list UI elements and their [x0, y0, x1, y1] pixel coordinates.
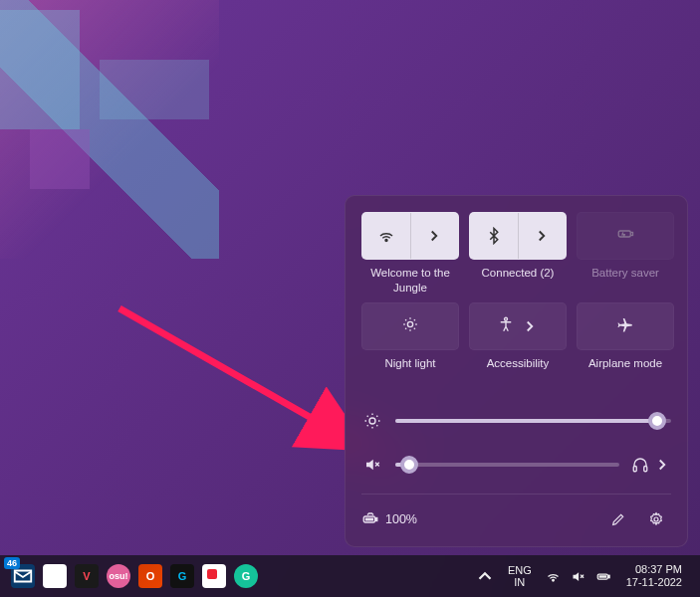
chevron-right-icon	[521, 317, 539, 335]
svg-point-13	[552, 579, 554, 581]
taskbar-app-osu[interactable]: osu!	[104, 561, 133, 591]
volume-mute-icon[interactable]	[361, 456, 383, 474]
battery-icon	[595, 569, 612, 584]
audio-output-button[interactable]	[631, 456, 671, 474]
night-light-label: Night light	[384, 356, 435, 384]
wifi-tile[interactable]	[361, 212, 459, 260]
night-light-icon	[401, 315, 419, 337]
accessibility-label: Accessibility	[487, 356, 550, 384]
brightness-icon	[361, 412, 383, 430]
battery-status-icon[interactable]: 100%	[361, 510, 417, 528]
svg-point-12	[654, 517, 658, 521]
clock-time: 08:37 PM	[626, 563, 682, 576]
settings-button[interactable]	[641, 504, 671, 534]
wifi-expand[interactable]	[411, 213, 459, 259]
svg-rect-3	[631, 233, 633, 236]
gear-icon	[648, 511, 664, 527]
accessibility-icon	[497, 315, 515, 337]
language-secondary: IN	[508, 576, 532, 588]
taskbar-mail-app[interactable]: 46	[8, 561, 38, 591]
taskbar-app-valorant[interactable]: V	[72, 561, 102, 591]
quick-settings-panel: Welcome to the Jungle Connected (2) Batt…	[345, 195, 688, 547]
accessibility-tile[interactable]	[469, 302, 567, 350]
volume-slider[interactable]	[395, 463, 619, 467]
airplane-mode-tile[interactable]	[577, 302, 674, 350]
language-primary: ENG	[508, 564, 532, 576]
svg-rect-15	[608, 575, 609, 578]
taskbar-app-generic[interactable]	[199, 561, 229, 591]
svg-rect-7	[633, 467, 636, 472]
tray-system-icons[interactable]	[540, 565, 618, 588]
taskbar-app-office[interactable]: O	[135, 561, 165, 591]
bluetooth-expand[interactable]	[519, 213, 567, 259]
airplane-icon	[616, 315, 634, 337]
tray-clock[interactable]: 08:37 PM 17-11-2022	[620, 559, 692, 592]
svg-point-5	[505, 317, 508, 320]
night-light-tile[interactable]	[361, 302, 459, 350]
wifi-icon	[546, 569, 561, 584]
bluetooth-label: Connected (2)	[482, 266, 555, 294]
wifi-icon[interactable]	[362, 213, 411, 259]
wifi-label: Welcome to the Jungle	[361, 266, 459, 295]
bluetooth-tile[interactable]	[469, 212, 567, 260]
brightness-slider-row	[361, 412, 671, 430]
svg-rect-16	[598, 575, 606, 578]
clock-date: 17-11-2022	[626, 576, 682, 589]
svg-rect-8	[644, 467, 647, 472]
battery-percent-text: 100%	[385, 512, 417, 526]
airplane-mode-label: Airplane mode	[588, 356, 662, 384]
chevron-up-icon	[474, 565, 496, 587]
chevron-right-icon	[653, 456, 671, 474]
battery-saver-icon	[616, 225, 634, 247]
volume-mute-icon	[571, 569, 585, 584]
edit-quick-settings-button[interactable]	[603, 504, 633, 534]
battery-saver-tile	[577, 212, 674, 260]
tray-language[interactable]: ENG IN	[502, 560, 538, 592]
svg-point-1	[385, 240, 387, 242]
svg-rect-10	[375, 518, 377, 521]
mail-badge: 46	[4, 557, 20, 569]
bluetooth-icon[interactable]	[470, 213, 519, 259]
headphones-icon	[631, 456, 649, 474]
volume-slider-row	[361, 456, 671, 474]
pencil-icon	[610, 511, 626, 527]
svg-point-4	[407, 321, 412, 326]
svg-point-6	[369, 418, 375, 424]
svg-rect-11	[365, 518, 373, 521]
brightness-slider[interactable]	[395, 419, 671, 423]
quick-settings-tiles: Welcome to the Jungle Connected (2) Batt…	[361, 212, 671, 384]
taskbar-app-logitech[interactable]: G	[167, 561, 197, 591]
battery-saver-label: Battery saver	[591, 266, 659, 294]
tray-overflow-button[interactable]	[470, 561, 500, 591]
taskbar: 46 V osu! O G G ENG IN 08:37 PM	[0, 555, 700, 597]
taskbar-microsoft-store[interactable]	[40, 561, 70, 591]
taskbar-app-grammarly[interactable]: G	[231, 561, 261, 591]
